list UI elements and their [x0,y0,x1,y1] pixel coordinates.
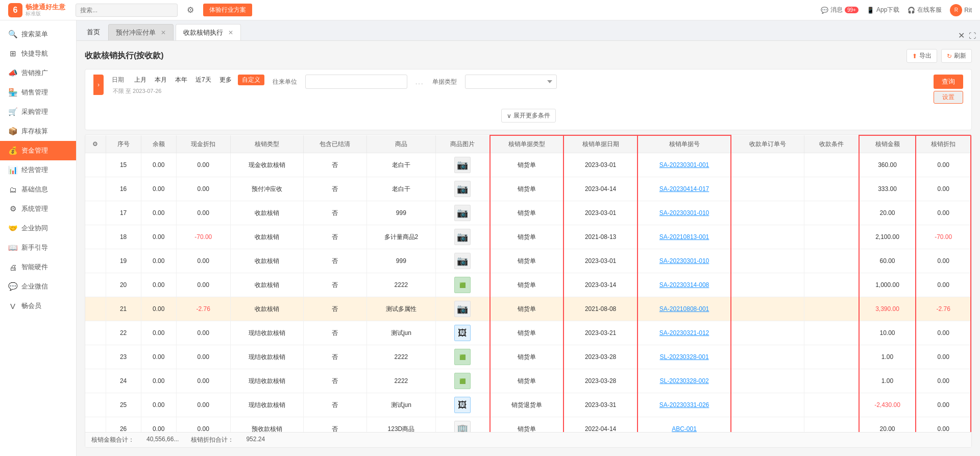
filter-settings-button[interactable]: 设置 [934,91,963,104]
cell-writeofftype: 现结收款核销 [230,321,303,345]
sidebar-item-vip[interactable]: V 畅会员 [0,296,76,316]
tab-writeoff[interactable]: 收款核销执行 ✕ [176,24,241,40]
cell-included: 否 [303,417,366,433]
cell-cashdiscount: 0.00 [176,249,230,273]
sidebar-label-collab: 企业协同 [21,224,48,233]
date-7days[interactable]: 近7天 [193,75,213,85]
cell-settings [85,417,106,433]
expand-label: 展开更多条件 [513,111,550,120]
cell-billno[interactable]: SA-20230314-008 [638,273,731,297]
footer-total-amount: 40,556,66... [146,436,179,444]
tab-home[interactable]: 首页 [81,24,106,40]
sidebar-item-collab[interactable]: 🤝 企业协同 [0,219,76,238]
cell-billno[interactable]: SA-20230301-010 [638,249,731,273]
billtype-select[interactable]: 销货单 销货退货单 [465,75,557,89]
query-button[interactable]: 查询 [934,75,963,89]
cell-billno[interactable]: ABC-001 [638,417,731,433]
tab-writeoff-close[interactable]: ✕ [228,29,233,36]
tab-prepay-close[interactable]: ✕ [161,29,166,36]
bill-no-link[interactable]: SA-20230314-008 [659,281,709,289]
cell-billdate: 2023-03-01 [564,201,637,225]
table-row: 17 0.00 0.00 收款核销 否 999 📷 销货单 2023-03-01… [85,201,971,225]
col-receiptorderno-header: 收款单订单号 [731,135,804,153]
sidebar-item-ops[interactable]: 📊 经营管理 [0,160,76,180]
bill-no-link[interactable]: SA-20230301-010 [659,209,709,217]
bill-no-link[interactable]: SA-20210813-001 [659,233,709,241]
cell-billno[interactable]: SA-20210813-001 [638,225,731,249]
expand-conditions-button[interactable]: ∨ 展开更多条件 [501,109,556,123]
expand-window-icon[interactable]: ⛶ [969,32,976,40]
app-download-label: App下载 [876,6,899,14]
cell-billno[interactable]: SA-20230414-017 [638,177,731,201]
sidebar-item-inventory[interactable]: 📦 库存核算 [0,122,76,141]
cell-billno[interactable]: SL-20230328-002 [638,369,731,393]
bill-no-link[interactable]: SA-20230331-026 [659,401,709,409]
cell-receiptcond [804,321,859,345]
cell-billno[interactable]: SA-20230301-010 [638,201,731,225]
top-settings-button[interactable]: ⚙ [184,4,197,17]
date-more[interactable]: 更多 [217,75,234,85]
cell-billno[interactable]: SA-20230321-012 [638,321,731,345]
top-search-input[interactable] [76,4,178,17]
col-settings-icon[interactable]: ⚙ [92,140,98,148]
sidebar-item-guide[interactable]: 📖 新手引导 [0,238,76,257]
cell-billno[interactable]: SA-20230331-026 [638,393,731,417]
sidebar-item-quicknav[interactable]: ⊞ 快捷导航 [0,44,76,63]
sidebar-item-hardware[interactable]: 🖨 智能硬件 [0,257,76,277]
user-menu[interactable]: R Rit [950,4,972,16]
cell-billno[interactable]: SA-20210808-001 [638,297,731,321]
refresh-button[interactable]: ↻ 刷新 [941,49,972,63]
col-settings-header[interactable]: ⚙ [85,135,106,153]
bill-no-link[interactable]: SL-20230328-002 [659,377,708,385]
bill-no-link[interactable]: SA-20230301-010 [659,257,709,265]
bill-no-link[interactable]: SA-20230414-017 [659,185,709,193]
bill-no-link[interactable]: ABC-001 [672,425,697,432]
product-image: 📷 [454,205,471,221]
data-table: ⚙ 序号 余额 现金折扣 核销类型 包含已结清 商品 商品图片 核销单据类型 [85,135,971,432]
tab-bar-controls: ✕ ⛶ [958,31,976,40]
sidebar-item-wechat[interactable]: 💬 企业微信 [0,277,76,296]
bill-no-link[interactable]: SL-20230328-001 [659,353,708,361]
sidebar-item-marketing[interactable]: 📣 营销推广 [0,63,76,83]
cell-receiptcond [804,369,859,393]
cell-writeoffdiscount: 0.00 [916,153,971,177]
sidebar-item-sales[interactable]: 🏪 销售管理 [0,83,76,102]
date-custom[interactable]: 自定义 [238,75,264,85]
page-title: 收款核销执行(按收款) [85,51,164,61]
cell-billtype: 销货单 [490,201,564,225]
date-this-month[interactable]: 本月 [153,75,169,85]
notification-button[interactable]: 💬 消息 99+ [821,6,859,14]
system-icon: ⚙ [8,204,17,213]
export-button[interactable]: ⬆ 导出 [906,49,937,63]
bill-no-link[interactable]: SA-20230301-001 [659,161,709,169]
close-tab-icon[interactable]: ✕ [958,31,965,40]
sidebar-item-system[interactable]: ⚙ 系统管理 [0,199,76,219]
app-download-button[interactable]: 📱 App下载 [867,6,899,14]
sidebar-item-search[interactable]: 🔍 搜索菜单 [0,25,76,44]
service-icon: 🎧 [908,7,915,14]
online-service-button[interactable]: 🎧 在线客服 [908,6,942,14]
sidebar-item-purchase[interactable]: 🛒 采购管理 [0,102,76,122]
sidebar-item-base[interactable]: 🗂 基础信息 [0,180,76,199]
sidebar-item-finance[interactable]: 💰 资金管理 [0,141,76,160]
date-last-month[interactable]: 上月 [132,75,149,85]
refresh-icon: ↻ [947,53,952,60]
bill-no-link[interactable]: SA-20230321-012 [659,329,709,337]
trial-button[interactable]: 体验行业方案 [203,4,252,16]
filter-collapse-button[interactable]: › [93,75,104,95]
counterparty-input[interactable] [305,75,407,89]
table-scroll[interactable]: ⚙ 序号 余额 现金折扣 核销类型 包含已结清 商品 商品图片 核销单据类型 [85,135,971,432]
cell-receiptorderno [731,345,804,369]
tab-prepay[interactable]: 预付冲应付单 ✕ [108,24,174,40]
date-this-year[interactable]: 本年 [173,75,189,85]
table-row: 16 0.00 0.00 预付冲应收 否 老白干 📷 销货单 2023-04-1… [85,177,971,201]
bill-no-link[interactable]: SA-20210808-001 [659,305,709,313]
date-range-display: 不限 至 2023-07-26 [112,87,264,95]
cell-billdate: 2021-08-08 [564,297,637,321]
cell-balance: 0.00 [141,249,176,273]
cell-billno[interactable]: SL-20230328-001 [638,345,731,369]
cell-billno[interactable]: SA-20230301-001 [638,153,731,177]
cell-receiptcond [804,177,859,201]
inventory-icon: 📦 [8,127,17,136]
cell-goods: 测试多属性 [367,297,436,321]
